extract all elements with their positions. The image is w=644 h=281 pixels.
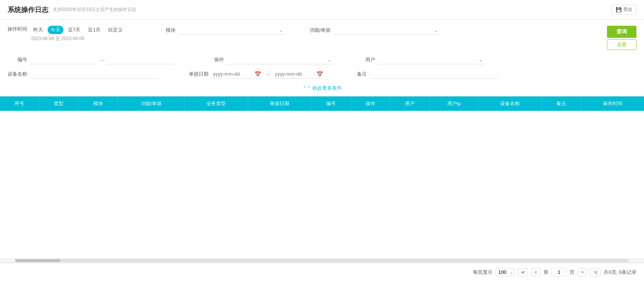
document-date-label: 单据日期 xyxy=(189,71,212,78)
device-input[interactable] xyxy=(30,70,159,79)
time-yesterday-btn[interactable]: 昨天 xyxy=(30,26,46,34)
operation-select[interactable] xyxy=(227,55,333,64)
scrollbar-thumb[interactable] xyxy=(15,259,60,262)
date-start-wrapper: 📅 xyxy=(212,70,263,79)
number-input-2[interactable] xyxy=(108,55,174,64)
calendar-end-icon[interactable]: 📅 xyxy=(315,70,324,78)
time-label: 操作时间 xyxy=(8,26,30,33)
table-column-header: 用户ip xyxy=(429,96,478,111)
prev-page-button[interactable]: < xyxy=(531,268,541,276)
collapse-button[interactable]: ⌃⌃ 收起更多条件 xyxy=(303,85,342,92)
table-column-header: 设备名称 xyxy=(478,96,542,111)
user-label: 用户 xyxy=(355,56,378,63)
page-input[interactable] xyxy=(551,268,567,276)
page-size-wrapper: 100 50 200 ⌄ xyxy=(496,268,514,276)
export-button[interactable]: 💾 导出 xyxy=(612,5,636,15)
module-select[interactable] xyxy=(179,26,284,35)
filter-area: 操作时间 昨天 今天 近7天 近1月 自定义 2023-06-06 至 2023… xyxy=(0,20,644,96)
date-end-input[interactable] xyxy=(273,70,315,78)
table-column-header: 操作 xyxy=(351,96,390,111)
table-column-header: 用户 xyxy=(390,96,429,111)
pagination: 每页显示 100 50 200 ⌄ ⊲ < 第 页 > >| 共0页, 0条记录 xyxy=(0,263,644,281)
number-dash: — xyxy=(100,57,105,63)
export-label: 导出 xyxy=(623,6,632,13)
date-start-input[interactable] xyxy=(212,70,253,78)
module-select-wrapper: ⌄ xyxy=(179,26,284,35)
page-size-label: 每页显示 xyxy=(473,269,493,276)
table-column-header: 单据日期 xyxy=(248,96,311,111)
table-column-header: 操作时间 xyxy=(581,96,644,111)
page-label: 第 xyxy=(544,269,548,276)
next-page-button[interactable]: > xyxy=(578,268,587,276)
time-filter: 昨天 今天 近7天 近1月 自定义 2023-06-06 至 2023-06-0… xyxy=(30,26,126,42)
time-custom-btn[interactable]: 自定义 xyxy=(105,26,126,34)
time-1month-btn[interactable]: 近1月 xyxy=(85,26,103,34)
time-today-btn[interactable]: 今天 xyxy=(48,26,63,34)
time-7days-btn[interactable]: 近7天 xyxy=(65,26,83,34)
date-end-wrapper: 📅 xyxy=(273,70,324,79)
page-header: 系统操作日志 支持2020年10月31日之后产生的操作日志 💾 导出 xyxy=(0,0,644,20)
module-label: 模块 xyxy=(156,27,179,34)
page-size-select[interactable]: 100 50 200 xyxy=(496,268,514,276)
operation-select-wrapper: ⌄ xyxy=(227,55,333,64)
table-column-header: 类型 xyxy=(39,96,78,111)
page-unit: 页 xyxy=(570,269,575,276)
table-header: 序号类型模块功能/单据业务类型单据日期编号操作用户用户ip设备名称备注操作时间 xyxy=(0,96,644,111)
table-container: 序号类型模块功能/单据业务类型单据日期编号操作用户用户ip设备名称备注操作时间 xyxy=(0,96,644,258)
operation-label: 操作 xyxy=(204,56,227,63)
table-column-header: 编号 xyxy=(311,96,351,111)
total-label: 共0页, 0条记录 xyxy=(604,269,636,276)
calendar-start-icon[interactable]: 📅 xyxy=(253,70,263,78)
table-column-header: 业务类型 xyxy=(185,96,248,111)
time-range: 2023-06-06 至 2023-06-06 xyxy=(30,36,126,42)
collapse-row: ⌃⌃ 收起更多条件 xyxy=(8,82,636,93)
table-column-header: 模块 xyxy=(79,96,118,111)
scrollbar-track xyxy=(15,259,629,262)
device-label: 设备名称 xyxy=(8,71,30,78)
user-select-wrapper: ⌄ xyxy=(378,55,484,64)
last-page-button[interactable]: >| xyxy=(590,268,601,276)
function-select[interactable] xyxy=(334,26,439,35)
collapse-up-icon: ⌃⌃ xyxy=(303,85,311,91)
table-column-header: 备注 xyxy=(542,96,581,111)
page-title: 系统操作日志 xyxy=(8,5,48,14)
function-label: 功能/单据 xyxy=(307,27,334,34)
page-subtitle: 支持2020年10月31日之后产生的操作日志 xyxy=(53,6,136,13)
table-column-header: 功能/单据 xyxy=(118,96,184,111)
scrollbar-area[interactable] xyxy=(0,258,644,263)
action-buttons: 查询 设置 xyxy=(607,26,636,50)
collapse-label: 收起更多条件 xyxy=(312,85,342,92)
number-input-1[interactable] xyxy=(30,55,97,64)
date-dash: — xyxy=(266,71,270,77)
user-select[interactable] xyxy=(378,55,484,64)
remark-label: 备注 xyxy=(347,71,370,78)
remark-input[interactable] xyxy=(370,70,498,79)
data-table: 序号类型模块功能/单据业务类型单据日期编号操作用户用户ip设备名称备注操作时间 xyxy=(0,96,644,111)
query-button[interactable]: 查询 xyxy=(607,26,636,38)
empty-area xyxy=(0,111,644,239)
export-icon: 💾 xyxy=(616,7,622,12)
number-label: 编号 xyxy=(8,56,30,63)
settings-button[interactable]: 设置 xyxy=(607,39,636,50)
first-page-button[interactable]: ⊲ xyxy=(517,268,528,276)
function-select-wrapper: ⌄ xyxy=(334,26,439,35)
table-column-header: 序号 xyxy=(0,96,39,111)
